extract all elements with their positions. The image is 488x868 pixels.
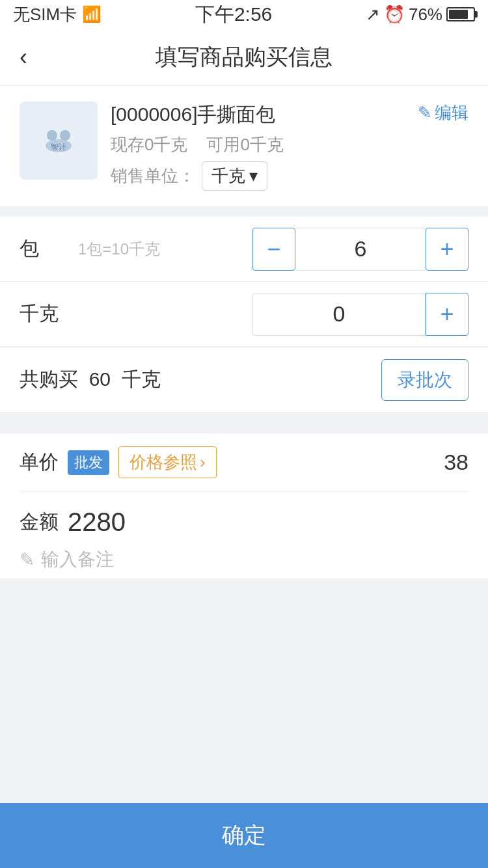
section-divider [0,422,488,433]
product-info: [0000006]手撕面包 ✎ 编辑 现存0千克 可用0千克 销售单位： 千克 … [111,102,468,191]
note-row[interactable]: ✎ 输入备注 [20,547,468,572]
kg-value-input[interactable] [252,293,426,336]
bao-value-input[interactable] [295,228,426,271]
input-section: 包 1包=10千克 − + 千克 + [0,217,488,347]
price-tag-batch: 批发 [68,450,109,475]
kg-plus-button[interactable]: + [426,293,468,336]
svg-point-1 [60,130,70,141]
status-left: 无SIM卡 📶 [13,3,102,26]
battery-percent: 76% [409,5,442,25]
kg-label: 千克 [20,301,72,327]
price-ref-button[interactable]: 价格参照 › [118,446,217,478]
nav-bar: ‹ 填写商品购买信息 [0,29,488,86]
dropdown-arrow-icon: ▾ [249,166,258,186]
bao-input-row: 包 1包=10千克 − + [0,217,488,282]
bao-minus-button[interactable]: − [252,228,295,271]
price-section: 单价 批发 价格参照 › 38 [0,433,488,492]
carrier-text: 无SIM卡 [13,3,77,26]
wifi-icon: 📶 [82,5,102,23]
kg-stepper: + [252,293,468,336]
product-logo-icon: 智计 [39,121,78,160]
time-display: 下午2:56 [195,1,272,28]
bao-hint: 1包=10千克 [78,239,252,260]
price-row: 单价 批发 价格参照 › 38 [20,433,468,492]
amount-label: 金额 [20,509,59,536]
total-amount: 60 [89,368,111,390]
product-stock: 现存0千克 可用0千克 [111,133,468,156]
svg-point-0 [47,130,57,141]
product-name: [0000006]手撕面包 [111,102,275,128]
price-value: 38 [444,450,468,475]
total-section: 共购买 60 千克 录批次 [0,347,488,412]
back-button[interactable]: ‹ [20,44,27,71]
status-bar: 无SIM卡 📶 下午2:56 ↗ ⏰ 76% [0,0,488,29]
status-right: ↗ ⏰ 76% [366,5,475,25]
edit-button[interactable]: ✎ 编辑 [418,102,468,124]
edit-icon: ✎ [418,103,432,123]
total-text: 共购买 60 千克 [20,366,161,393]
amount-row: 金额 2280 [20,508,468,537]
alarm-icon: ⏰ [384,5,405,25]
note-icon: ✎ [20,549,34,571]
amount-section: 金额 2280 ✎ 输入备注 [0,492,488,578]
bao-plus-button[interactable]: + [426,228,468,271]
note-placeholder: 输入备注 [41,547,114,572]
product-unit-row: 销售单位： 千克 ▾ [111,161,468,191]
amount-value: 2280 [68,508,126,537]
battery-icon [446,7,475,21]
price-ref-arrow-icon: › [200,452,206,472]
product-section: 智计 [0000006]手撕面包 ✎ 编辑 现存0千克 可用0千克 销售单位： … [0,86,488,206]
price-label: 单价 [20,449,59,476]
location-icon: ↗ [366,5,380,25]
confirm-button[interactable]: 确定 [0,803,488,868]
svg-text:智计: 智计 [51,142,66,152]
kg-input-row: 千克 + [0,282,488,347]
product-thumbnail: 智计 [20,102,98,180]
unit-dropdown[interactable]: 千克 ▾ [202,161,267,191]
bao-label: 包 [20,236,72,262]
bao-stepper: − + [252,228,468,271]
content-spacer [0,578,488,826]
batch-button[interactable]: 录批次 [381,359,468,401]
page-title: 填写商品购买信息 [156,42,332,72]
